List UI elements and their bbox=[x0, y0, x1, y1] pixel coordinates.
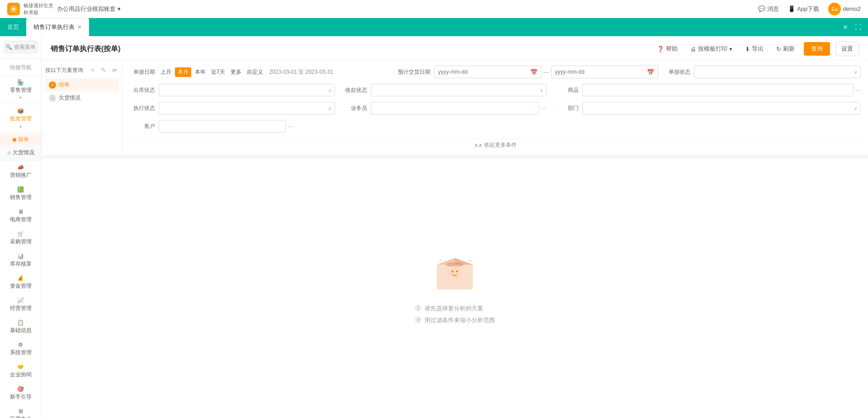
date-tab-last7[interactable]: 近7天 bbox=[209, 67, 227, 77]
empty-text-1: 请先选择要分析的方案 bbox=[415, 304, 495, 313]
date-tab-this-month[interactable]: 本月 bbox=[175, 67, 191, 77]
tab-fullscreen-icon[interactable]: ⛶ bbox=[854, 23, 863, 32]
filter-collapse-row: ∧∧ 收起更多条件 bbox=[130, 138, 861, 150]
tab-close-icon[interactable]: ✕ bbox=[77, 24, 82, 30]
customer-input[interactable] bbox=[159, 120, 286, 133]
department-select[interactable] bbox=[582, 102, 861, 114]
sidebar-sub-item-debt-info[interactable]: 欠货情况 bbox=[0, 146, 41, 159]
scheme-item-debt-info[interactable]: ○ 欠货情况 bbox=[45, 91, 119, 104]
top-header-left: 畅捷通好生意 标准版 办公用品行业模拟账套 ▾ bbox=[7, 2, 121, 15]
delivery-date-start-input[interactable] bbox=[438, 69, 528, 75]
press-order-scheme-dot: ✓ bbox=[49, 81, 56, 89]
message-icon: 💬 bbox=[758, 5, 765, 12]
refresh-button[interactable]: ↻ 刷新 bbox=[773, 43, 798, 55]
customer-more-icon[interactable]: ··· bbox=[288, 123, 293, 130]
collection-select[interactable] bbox=[371, 84, 547, 96]
stock-out-select[interactable] bbox=[159, 84, 335, 96]
search-icon: 🔍 bbox=[5, 44, 12, 50]
order-status-label: 单据状态 bbox=[665, 68, 690, 76]
collection-select-wrapper[interactable] bbox=[371, 84, 547, 96]
date-tab-this-year[interactable]: 本年 bbox=[193, 67, 208, 77]
export-button[interactable]: ⬇ 导出 bbox=[741, 43, 767, 55]
wholesale-expand-icon: ▴ bbox=[19, 124, 22, 128]
date-tab-more[interactable]: 更多 bbox=[229, 67, 243, 77]
filter-field-customer: 客户 ··· bbox=[130, 120, 293, 133]
order-status-select-wrapper[interactable] bbox=[694, 66, 861, 78]
message-button[interactable]: 💬 消息 bbox=[758, 5, 779, 13]
filter-scheme-label: 按以下方案查询 bbox=[45, 66, 83, 74]
sidebar-item-enterprise[interactable]: 🤝 企业协同 bbox=[0, 360, 41, 382]
exec-status-select[interactable] bbox=[159, 102, 335, 114]
enterprise-icon: 🤝 bbox=[17, 364, 24, 370]
empty-illustration: ✦ ✦ bbox=[428, 249, 482, 294]
search-menu-button[interactable]: 🔍 搜索菜单 bbox=[4, 41, 38, 53]
sidebar-sub-item-press-order[interactable]: 按单 bbox=[0, 133, 41, 146]
sidebar-item-new-guide[interactable]: 🎯 新手引导 bbox=[0, 382, 41, 404]
user-avatar: Ea bbox=[828, 3, 841, 15]
print-template-button[interactable]: 🖨 按模板打印 ▾ bbox=[687, 43, 736, 55]
nav-tabs: 首页 销售订单执行表 ✕ ✕ ⛶ bbox=[0, 18, 868, 36]
sidebar-item-marketing[interactable]: 📣 营销推广 bbox=[0, 161, 41, 183]
date-field-label: 单据日期 bbox=[130, 68, 155, 76]
app-selector-label: 办公用品行业模拟账套 bbox=[57, 5, 116, 13]
app-download-button[interactable]: 📱 App下载 bbox=[788, 5, 819, 13]
ecommerce-label: 电商管理 bbox=[10, 216, 32, 223]
filter-scheme-panel: 按以下方案查询 ＋ ✎ ≫ ✓ 按单 ○ 欠货情况 bbox=[42, 60, 123, 155]
sidebar-item-purchase[interactable]: 🛒 采购管理 bbox=[0, 227, 41, 249]
department-select-wrapper[interactable] bbox=[582, 102, 861, 114]
export-icon: ⬇ bbox=[745, 46, 750, 52]
tab-close-window-icon[interactable]: ✕ bbox=[841, 23, 850, 32]
filter-field-goods: 商品 ··· bbox=[554, 84, 861, 96]
collapse-more-button[interactable]: ∧∧ 收起更多条件 bbox=[474, 141, 517, 149]
help-icon: ❓ bbox=[657, 46, 664, 52]
sales-mgmt-label: 销售管理 bbox=[10, 194, 32, 201]
collection-status-label: 收款状态 bbox=[342, 86, 367, 94]
exec-status-select-wrapper[interactable] bbox=[159, 102, 335, 114]
goods-input[interactable] bbox=[582, 84, 854, 96]
add-scheme-icon[interactable]: ＋ bbox=[88, 66, 97, 75]
sidebar-item-basic-info[interactable]: 📋 基础信息 bbox=[0, 316, 41, 338]
salesperson-input-group: ··· bbox=[371, 102, 547, 114]
top-header-right: 💬 消息 📱 App下载 Ea demo2 bbox=[758, 3, 861, 15]
sidebar-item-finance[interactable]: 💰 资金管理 bbox=[0, 271, 41, 294]
sidebar-item-wholesale[interactable]: 📦 批发管理 ▴ bbox=[0, 104, 41, 132]
sidebar-item-operations[interactable]: 📈 经营管理 bbox=[0, 294, 41, 316]
stock-out-select-wrapper[interactable] bbox=[159, 84, 335, 96]
department-label: 部门 bbox=[554, 104, 579, 112]
scheme-item-press-order[interactable]: ✓ 按单 bbox=[45, 78, 119, 91]
sidebar-item-sales-mgmt[interactable]: 💹 销售管理 bbox=[0, 183, 41, 205]
filter-row-3: 执行状态 业务员 ··· bbox=[130, 102, 861, 114]
filter-field-date: 单据日期 上月 本月 本年 近7天 更多 自定义 2023- bbox=[130, 67, 391, 77]
delivery-date-end-wrapper: 📅 bbox=[551, 66, 659, 78]
sidebar-item-app-center[interactable]: ⊞ 应用中心 bbox=[0, 404, 41, 418]
sidebar-item-inventory[interactable]: 📊 库存核算 bbox=[0, 249, 41, 271]
system-icon: ⚙ bbox=[18, 342, 23, 348]
filter-row-2: 出库状态 收款状态 bbox=[130, 84, 861, 96]
tab-home[interactable]: 首页 bbox=[0, 18, 26, 36]
goods-input-group: ··· bbox=[582, 84, 861, 96]
help-button[interactable]: ❓ 帮助 bbox=[653, 43, 681, 55]
app-selector[interactable]: 办公用品行业模拟账套 ▾ bbox=[57, 5, 121, 13]
press-order-scheme-label: 按单 bbox=[59, 81, 70, 89]
delivery-date-start-wrapper: 📅 bbox=[434, 66, 542, 78]
date-tab-last-month[interactable]: 上月 bbox=[159, 67, 173, 77]
delivery-date-end-input[interactable] bbox=[555, 69, 646, 75]
order-status-select[interactable] bbox=[694, 66, 861, 78]
edit-scheme-icon[interactable]: ✎ bbox=[99, 66, 108, 75]
query-button[interactable]: 查询 bbox=[804, 42, 830, 56]
settings-button[interactable]: 设置 bbox=[835, 42, 859, 56]
quick-nav-title: 快捷导航 bbox=[4, 62, 38, 73]
user-profile[interactable]: Ea demo2 bbox=[828, 3, 861, 15]
sidebar-item-retail[interactable]: 🏪 零售管理 ▾ bbox=[0, 76, 41, 104]
date-tab-custom[interactable]: 自定义 bbox=[245, 67, 265, 77]
filter-panel: 按以下方案查询 ＋ ✎ ≫ ✓ 按单 ○ 欠货情况 bbox=[42, 60, 868, 155]
sidebar-item-system[interactable]: ⚙ 系统管理 bbox=[0, 338, 41, 360]
collapse-scheme-icon[interactable]: ≫ bbox=[110, 66, 119, 75]
salesperson-input[interactable] bbox=[371, 102, 540, 114]
calendar-start-icon: 📅 bbox=[530, 69, 538, 76]
tab-sales-order-exec[interactable]: 销售订单执行表 ✕ bbox=[26, 18, 89, 36]
sidebar-item-ecommerce[interactable]: 🖥 电商管理 bbox=[0, 205, 41, 227]
goods-more-icon[interactable]: ··· bbox=[855, 86, 861, 94]
date-dash: — bbox=[543, 69, 549, 76]
salesperson-more-icon[interactable]: ··· bbox=[541, 104, 547, 112]
